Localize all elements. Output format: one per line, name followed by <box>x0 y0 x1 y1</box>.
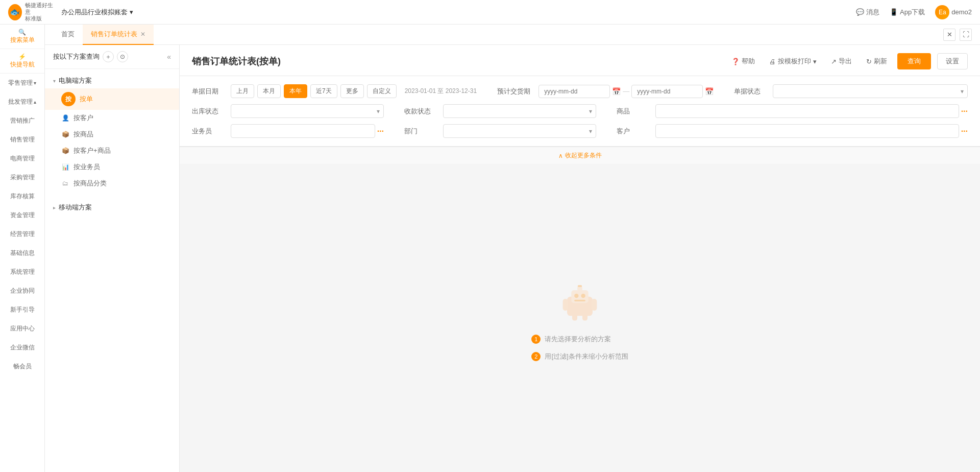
date-label: 单据日期 <box>192 87 223 96</box>
empty-tip-1: 1 请先选择要分析的方案 <box>531 333 628 346</box>
sidebar-item-system[interactable]: 系统管理 <box>0 263 44 281</box>
svg-rect-5 <box>563 299 568 311</box>
date-btn-this-year[interactable]: 本年 <box>284 84 307 98</box>
app-download-button[interactable]: 📱 App下载 <box>890 8 925 17</box>
sidebar-item-finance[interactable]: 资金管理 <box>0 206 44 225</box>
page-container: 按以下方案查询 ＋ ⊙ « ▾ 电脑端方案 按 按单 <box>45 45 980 472</box>
export-button[interactable]: ↗ 导出 <box>827 55 856 68</box>
export-icon: ↗ <box>831 58 837 65</box>
sidebar-item-appstore[interactable]: 应用中心 <box>0 319 44 338</box>
department-select[interactable] <box>443 124 596 138</box>
tab-close-button[interactable]: ✕ <box>943 29 955 41</box>
message-button[interactable]: 💬 消息 <box>856 8 879 17</box>
sidebar-item-ecommerce[interactable]: 电商管理 <box>0 149 44 168</box>
logo-text: 畅捷通好生意 标准版 <box>25 2 53 22</box>
header-right: 💬 消息 📱 App下载 Ea demo2 <box>856 5 972 19</box>
calendar-icon-start[interactable]: 📅 <box>612 87 621 96</box>
sidebar-item-enterprise[interactable]: 企业协同 <box>0 281 44 300</box>
calendar-icon-end[interactable]: 📅 <box>705 87 714 96</box>
tree-item-by-order[interactable]: 按 按单 <box>45 88 179 110</box>
query-button[interactable]: 查询 <box>897 53 931 69</box>
date-btn-custom[interactable]: 自定义 <box>367 84 397 98</box>
date-btn-more[interactable]: 更多 <box>340 84 364 98</box>
chevron-down-icon: ▾ <box>53 78 56 84</box>
right-panel: 销售订单统计表(按单) ❓ 帮助 🖨 按模板打印 ▾ ↗ 导出 <box>180 45 980 472</box>
customer-label: 客户 <box>617 127 647 136</box>
tab-controls: ✕ ⛶ <box>943 29 972 41</box>
tab-maximize-button[interactable]: ⛶ <box>960 29 972 41</box>
department-label: 部门 <box>404 127 435 136</box>
tab-bar: 首页 销售订单统计表 ✕ ✕ ⛶ <box>45 25 980 45</box>
svg-rect-4 <box>574 299 585 301</box>
product-more-button[interactable]: ··· <box>961 107 968 116</box>
salesperson-input[interactable] <box>231 124 375 138</box>
customer-input[interactable] <box>655 124 959 138</box>
collapse-more-conditions[interactable]: ∧ 收起更多条件 <box>180 147 980 164</box>
user-menu[interactable]: Ea demo2 <box>935 5 972 19</box>
status-select[interactable] <box>773 84 968 98</box>
left-panel: 按以下方案查询 ＋ ⊙ « ▾ 电脑端方案 按 按单 <box>45 45 180 472</box>
tree-item-by-product[interactable]: 📦 按商品 <box>45 126 179 143</box>
tree-section-mobile-header[interactable]: ▸ 移动端方案 <box>45 200 179 215</box>
sidebar-item-inventory[interactable]: 库存核算 <box>0 187 44 206</box>
customer-product-icon: 📦 <box>61 147 69 155</box>
sidebar-item-wholesale[interactable]: 批发管理 ▴ <box>0 92 44 111</box>
refresh-button[interactable]: ↻ 刷新 <box>862 55 891 68</box>
help-button[interactable]: ❓ 帮助 <box>727 55 759 68</box>
left-panel-title: 按以下方案查询 <box>53 52 100 61</box>
date-btn-this-month[interactable]: 本月 <box>257 84 281 98</box>
date-input-group: 📅 — 📅 <box>538 85 714 98</box>
tree-item-by-category[interactable]: 🗂 按商品分类 <box>45 175 179 192</box>
date-range-text: 2023-01-01 至 2023-12-31 <box>405 87 477 96</box>
message-icon: 💬 <box>856 8 864 16</box>
chevron-right-icon: ▸ <box>53 205 56 210</box>
sidebar-item-sales[interactable]: 销售管理 <box>0 130 44 149</box>
receive-status-select[interactable] <box>443 104 596 118</box>
workspace-selector[interactable]: 办公用品行业模拟账套 ▾ <box>61 8 133 17</box>
sidebar-item-basic[interactable]: 基础信息 <box>0 244 44 263</box>
date-btn-7days[interactable]: 近7天 <box>310 84 337 98</box>
tree-item-by-salesperson[interactable]: 📊 按业务员 <box>45 159 179 175</box>
tab-home[interactable]: 首页 <box>53 25 83 45</box>
sidebar-item-member[interactable]: 畅会员 <box>0 357 44 376</box>
tab-close-icon[interactable]: ✕ <box>140 31 145 38</box>
salesperson-more-button[interactable]: ··· <box>377 127 384 136</box>
avatar: Ea <box>935 5 949 19</box>
page-title: 销售订单统计表(按单) <box>192 55 281 67</box>
expected-date-end[interactable] <box>631 85 703 98</box>
customer-wrapper: ··· <box>655 124 968 138</box>
add-scheme-button[interactable]: ＋ <box>103 51 114 62</box>
logo-icon: 🐟 <box>8 4 22 20</box>
tree-section-pc-header[interactable]: ▾ 电脑端方案 <box>45 73 179 88</box>
settings-button[interactable]: 设置 <box>937 53 968 69</box>
date-btn-last-month[interactable]: 上月 <box>231 84 254 98</box>
sidebar-item-operation[interactable]: 经营管理 <box>0 225 44 244</box>
salesperson-wrapper: ··· <box>231 124 384 138</box>
sidebar-item-purchase[interactable]: 采购管理 <box>0 168 44 187</box>
tab-stats[interactable]: 销售订单统计表 ✕ <box>83 25 154 45</box>
receive-status-label: 收款状态 <box>404 107 435 116</box>
edit-scheme-button[interactable]: ⊙ <box>117 51 128 62</box>
panel-collapse-button[interactable]: « <box>167 53 171 61</box>
product-input[interactable] <box>655 104 959 118</box>
expected-date-start[interactable] <box>538 85 610 98</box>
sidebar-item-retail[interactable]: 零售管理 ▾ <box>0 74 44 92</box>
product-icon: 📦 <box>61 130 69 138</box>
customer-more-button[interactable]: ··· <box>961 127 968 136</box>
chevron-up-icon: ∧ <box>558 152 563 159</box>
tree-item-by-customer-product[interactable]: 📦 按客户+商品 <box>45 143 179 159</box>
empty-tip-2: 2 用[过滤]条件来缩小分析范围 <box>531 350 628 363</box>
ship-status-select[interactable] <box>231 104 384 118</box>
tree-item-by-customer[interactable]: 👤 按客户 <box>45 110 179 126</box>
sidebar-item-newbie[interactable]: 新手引导 <box>0 300 44 319</box>
sidebar-item-marketing[interactable]: 营销推广 <box>0 111 44 130</box>
help-icon: ❓ <box>731 58 740 65</box>
svg-rect-8 <box>582 314 587 320</box>
chevron-down-icon: ▾ <box>34 80 36 86</box>
filter-row-2: 出库状态 ▾ 收款状态 ▾ 商品 <box>192 104 968 118</box>
sidebar-item-wechat[interactable]: 企业微信 <box>0 338 44 357</box>
template-print-button[interactable]: 🖨 按模板打印 ▾ <box>765 55 821 68</box>
sidebar-quick-nav[interactable]: ⚡ 快捷导航 <box>0 49 44 74</box>
sidebar-search[interactable]: 🔍 搜索菜单 <box>0 25 44 49</box>
empty-illustration <box>554 273 605 324</box>
